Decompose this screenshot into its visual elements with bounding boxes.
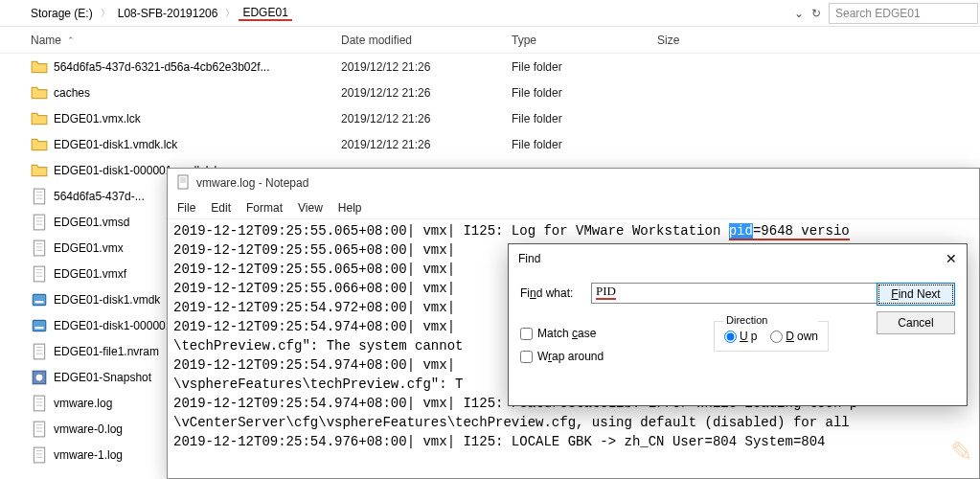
file-type: File folder (512, 86, 657, 100)
file-icon (31, 240, 48, 257)
file-name: EDGE01.vmx.lck (54, 112, 341, 125)
snap-icon (31, 369, 48, 386)
find-dialog: Find ✕ Find what: PID Match case Wrap ar… (508, 243, 968, 406)
file-date: 2019/12/12 21:26 (341, 138, 512, 151)
direction-group: Direction Up Down (714, 321, 829, 352)
file-name: caches (54, 86, 341, 100)
file-date: 2019/12/12 21:26 (341, 60, 512, 74)
svg-rect-18 (33, 320, 46, 331)
notepad-menubar[interactable]: File Edit Format View Help (168, 197, 979, 219)
menu-view[interactable]: View (298, 201, 323, 215)
find-title: Find (518, 252, 540, 265)
breadcrumb-item[interactable]: L08-SFB-20191206 (114, 7, 222, 20)
chevron-right-icon: 〉 (221, 7, 239, 20)
direction-label: Direction (724, 314, 818, 326)
vmdk-icon (31, 291, 48, 308)
file-name: EDGE01-disk1.vmdk.lck (54, 138, 341, 151)
vmdk-icon (31, 317, 48, 334)
file-row[interactable]: 564d6fa5-437d-6321-d56a-4cb62e3b02f...20… (0, 54, 980, 80)
file-type: File folder (512, 112, 657, 125)
svg-rect-12 (34, 266, 44, 282)
file-row[interactable]: caches2019/12/12 21:26File folder (0, 80, 980, 105)
svg-rect-16 (33, 294, 46, 305)
file-row[interactable]: EDGE01-disk1.vmdk.lck2019/12/12 21:26Fil… (0, 131, 980, 157)
svg-rect-30 (34, 422, 44, 437)
svg-point-25 (36, 374, 43, 380)
folder-icon (31, 84, 48, 102)
file-icon (31, 188, 48, 205)
menu-help[interactable]: Help (338, 201, 362, 215)
find-titlebar[interactable]: Find ✕ (509, 244, 967, 273)
column-date[interactable]: Date modified (341, 34, 512, 47)
file-icon (31, 265, 48, 283)
notepad-title: vmware.log - Notepad (196, 176, 308, 190)
dropdown-icon[interactable]: ⌄ (794, 7, 804, 20)
file-icon (31, 395, 48, 412)
menu-edit[interactable]: Edit (211, 201, 231, 215)
file-type: File folder (512, 138, 657, 151)
svg-rect-17 (35, 301, 44, 303)
file-name: 564d6fa5-437d-6321-d56a-4cb62e3b02f... (54, 60, 341, 74)
direction-up-radio[interactable]: Up (724, 330, 757, 343)
column-size[interactable]: Size (657, 34, 772, 47)
folder-icon (31, 110, 48, 127)
svg-rect-4 (34, 215, 44, 230)
file-icon (31, 446, 48, 464)
file-icon (31, 343, 48, 360)
cancel-button[interactable]: Cancel (877, 311, 955, 334)
breadcrumb[interactable]: Storage (E:) 〉 L08-SFB-20191206 〉 EDGE01 (0, 6, 786, 21)
file-date: 2019/12/12 21:26 (341, 112, 512, 125)
column-type[interactable]: Type (512, 34, 657, 47)
file-row[interactable]: EDGE01.vmx.lck2019/12/12 21:26File folde… (0, 105, 980, 131)
refresh-icon[interactable]: ↻ (811, 7, 821, 20)
chevron-right-icon: 〉 (97, 7, 114, 20)
svg-rect-20 (34, 344, 44, 359)
column-headers[interactable]: Name⌃ Date modified Type Size (0, 27, 980, 54)
folder-icon (31, 58, 48, 76)
menu-format[interactable]: Format (246, 201, 283, 215)
svg-rect-26 (34, 396, 44, 411)
watermark-icon: ✎ (950, 436, 972, 468)
svg-rect-34 (34, 447, 44, 463)
svg-rect-19 (35, 327, 44, 329)
wrap-around-checkbox[interactable]: Wrap around (520, 350, 955, 363)
notepad-titlebar[interactable]: vmware.log - Notepad (168, 169, 979, 197)
column-name: Name⌃ (31, 34, 341, 47)
address-bar: Storage (E:) 〉 L08-SFB-20191206 〉 EDGE01… (0, 0, 980, 27)
svg-rect-8 (34, 240, 44, 256)
file-icon (31, 214, 48, 231)
direction-down-radio[interactable]: Down (770, 330, 818, 343)
close-icon[interactable]: ✕ (946, 251, 957, 266)
search-input[interactable]: Search EDGE01 (829, 3, 978, 24)
breadcrumb-item-current[interactable]: EDGE01 (239, 6, 291, 21)
file-date: 2019/12/12 21:26 (341, 86, 512, 100)
sort-asc-icon: ⌃ (67, 35, 75, 45)
file-icon (31, 421, 48, 438)
svg-rect-0 (34, 189, 44, 204)
document-icon (175, 174, 191, 193)
find-next-button[interactable]: Find Next (877, 283, 955, 306)
find-what-label: Find what: (520, 286, 581, 300)
folder-icon (31, 136, 48, 153)
breadcrumb-item[interactable]: Storage (E:) (27, 7, 97, 20)
menu-file[interactable]: File (177, 201, 195, 215)
file-type: File folder (512, 60, 657, 74)
folder-icon (31, 162, 48, 179)
